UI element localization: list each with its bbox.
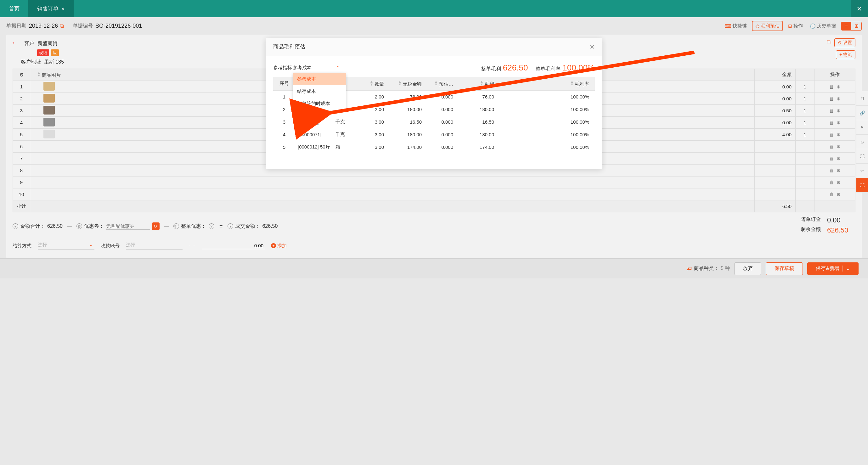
m-idx: 3 — [273, 116, 295, 128]
total-rate-value: 100.00% — [562, 63, 595, 72]
m-name: [0000007] — [295, 116, 333, 128]
rate-header[interactable]: 毛利率 — [500, 77, 595, 90]
profit-modal: 商品毛利预估 ✕ 参考指标 参考成本 ⌃ 参考成本 结存成本 订单签约时成本 整… — [266, 38, 602, 169]
m-amount: 16.50 — [390, 116, 427, 128]
m-unit: 千克 — [333, 128, 355, 141]
m-qty: 2.00 — [355, 103, 390, 116]
table-row: 3[0000007]千克3.0016.500.00016.50100.00% — [273, 116, 595, 128]
total-profit-value: 626.50 — [503, 63, 528, 72]
m-est: 0.000 — [427, 128, 459, 141]
m-name: [0000012] 50斤 — [295, 141, 333, 153]
m-qty: 3.00 — [355, 128, 390, 141]
ref-indicator-select[interactable]: 参考成本 ⌃ 参考成本 结存成本 订单签约时成本 — [293, 64, 341, 72]
m-rate: 100.00% — [500, 90, 595, 103]
chevron-up-icon: ⌃ — [336, 65, 340, 70]
m-est: 0.000 — [427, 90, 459, 103]
dropdown-option[interactable]: 参考成本 — [293, 73, 346, 85]
m-est: 0.000 — [427, 103, 459, 116]
m-rate: 100.00% — [500, 103, 595, 116]
modal-title: 商品毛利预估 — [273, 43, 305, 50]
sort-icon — [398, 80, 402, 86]
m-idx: 1 — [273, 90, 295, 103]
total-rate-label: 整单毛利率 — [535, 66, 560, 71]
total-profit-label: 整单毛利 — [481, 66, 501, 71]
m-unit: 箱 — [333, 141, 355, 153]
m-est: 0.000 — [427, 116, 459, 128]
m-amount: 180.00 — [390, 128, 427, 141]
m-unit: 千克 — [333, 116, 355, 128]
m-qty: 2.00 — [355, 90, 390, 103]
ref-indicator-label: 参考指标 — [273, 65, 292, 71]
m-profit: 180.00 — [459, 103, 500, 116]
m-profit: 16.50 — [459, 116, 500, 128]
m-idx: 5 — [273, 141, 295, 153]
m-qty: 3.00 — [355, 141, 390, 153]
table-row: 5[0000012] 50斤箱3.00174.000.000174.00100.… — [273, 141, 595, 153]
m-profit: 76.00 — [459, 90, 500, 103]
m-name: [00000071] — [295, 128, 333, 141]
dropdown-option[interactable]: 结存成本 — [293, 85, 346, 97]
m-amount: 174.00 — [390, 141, 427, 153]
m-rate: 100.00% — [500, 116, 595, 128]
table-row: 4[00000071]千克3.00180.000.000180.00100.00… — [273, 128, 595, 141]
m-profit: 174.00 — [459, 141, 500, 153]
idx-header: 序号 — [273, 77, 295, 90]
sort-icon — [570, 80, 574, 86]
m-amount: 76.00 — [390, 90, 427, 103]
m-idx: 4 — [273, 128, 295, 141]
sort-icon — [480, 80, 484, 86]
m-profit: 180.00 — [459, 128, 500, 141]
qty-header[interactable]: 数量 — [355, 77, 390, 90]
m-idx: 2 — [273, 103, 295, 116]
amount-header[interactable]: 无税金额 — [390, 77, 427, 90]
profit-header[interactable]: 毛利 — [459, 77, 500, 90]
est-header[interactable]: 预估… — [427, 77, 459, 90]
m-rate: 100.00% — [500, 128, 595, 141]
m-rate: 100.00% — [500, 141, 595, 153]
m-amount: 180.00 — [390, 103, 427, 116]
m-qty: 3.00 — [355, 116, 390, 128]
sort-icon — [434, 80, 438, 86]
modal-close-button[interactable]: ✕ — [589, 43, 595, 51]
ref-indicator-dropdown: 参考成本 结存成本 订单签约时成本 — [293, 73, 346, 110]
dropdown-option[interactable]: 订单签约时成本 — [293, 97, 346, 110]
m-est: 0.000 — [427, 141, 459, 153]
sort-icon — [370, 80, 373, 86]
modal-backdrop[interactable]: 商品毛利预估 ✕ 参考指标 参考成本 ⌃ 参考成本 结存成本 订单签约时成本 整… — [0, 0, 868, 278]
